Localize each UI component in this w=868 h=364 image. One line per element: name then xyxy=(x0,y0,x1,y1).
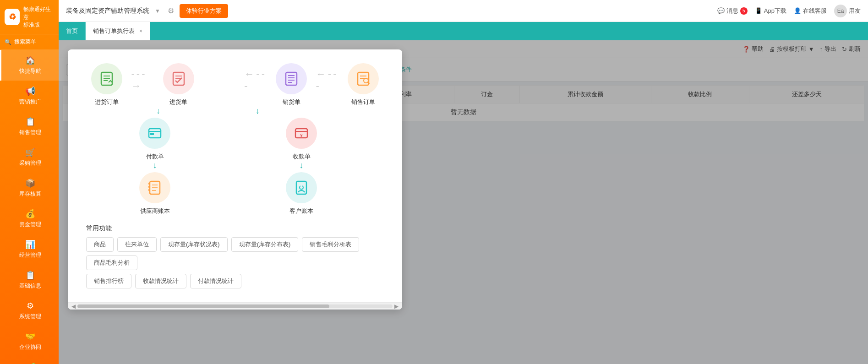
payment-bill-circle xyxy=(139,118,170,149)
basic-info-icon: 📋 xyxy=(25,270,35,280)
svg-rect-19 xyxy=(150,133,154,135)
func-btn-receipt-stat[interactable]: 收款情况统计 xyxy=(135,274,186,288)
enterprise-icon: 🤝 xyxy=(25,331,35,342)
payment-bill-node[interactable]: 付款单 xyxy=(132,118,178,161)
func-btn-counterpart[interactable]: 往来单位 xyxy=(117,237,157,252)
customer-ledger-label: 客户账本 xyxy=(289,207,313,215)
service-icon: 👤 xyxy=(794,7,801,14)
purchase-order-node[interactable]: 进货订单 xyxy=(86,63,127,106)
tabs-bar: 首页 销售订单执行表 × × xyxy=(59,22,868,40)
sidebar-nav: 🏠 快捷导航 📢 营销推广 📋 销售管理 🛒 采购管理 📦 库存核算 💰 资金管… xyxy=(0,50,59,364)
purchase-bill-circle xyxy=(163,63,194,94)
sidebar: ♻ 畅康通好生意 标准版 🔍 搜索菜单 🏠 快捷导航 📢 营销推广 📋 销售管理… xyxy=(0,0,59,364)
func-btn-stock-dist[interactable]: 现存量(库存分布表) xyxy=(231,237,299,252)
modal-overlay[interactable]: 进货订单 - - - → 进货单 ← - - - xyxy=(59,40,868,364)
customer-ledger-node[interactable]: 客户账本 xyxy=(278,172,324,215)
tab-home[interactable]: 首页 xyxy=(59,22,86,40)
header-right: 💬 消息 5 📱 App下载 👤 在线客服 Ea 用友 xyxy=(717,5,861,17)
modal-scrollbar[interactable]: ◀ ▶ xyxy=(68,302,402,310)
func-btn-product[interactable]: 商品 xyxy=(86,237,114,252)
settings-icon[interactable]: ⚙ xyxy=(168,6,174,15)
arrow-h4: ← - - - xyxy=(312,68,343,92)
svg-rect-25 xyxy=(148,186,150,188)
modal-body: 进货订单 - - - → 进货单 ← - - - xyxy=(68,49,402,302)
sidebar-item-finance[interactable]: 💰 资金管理 xyxy=(0,203,59,234)
message-badge: 5 xyxy=(740,7,748,15)
sidebar-item-marketing[interactable]: 📢 营销推广 xyxy=(0,81,59,111)
sales-order-label: 销售订单 xyxy=(351,98,375,106)
scrollbar-track xyxy=(77,304,393,308)
down-arrow-1: ↓ xyxy=(156,106,160,116)
svg-rect-24 xyxy=(148,183,150,185)
sales-icon: 📋 xyxy=(25,117,35,127)
sales-bill-label: 销货单 xyxy=(283,98,300,106)
func-btn-stock-status[interactable]: 现存量(库存状况表) xyxy=(160,237,228,252)
trial-btn[interactable]: 体验行业方案 xyxy=(180,4,228,18)
sales-bill-node[interactable]: 销货单 xyxy=(271,63,312,106)
sidebar-item-inventory[interactable]: 📦 库存核算 xyxy=(0,173,59,203)
tab-sales-order[interactable]: 销售订单执行表 × xyxy=(86,22,150,40)
online-service-btn[interactable]: 👤 在线客服 xyxy=(794,7,827,15)
customer-ledger-circle xyxy=(286,172,317,203)
sales-order-node[interactable]: 销售订单 xyxy=(343,63,384,106)
receipt-bill-circle: ¥ xyxy=(286,118,317,149)
func-buttons-row1: 商品 往来单位 现存量(库存状况表) 现存量(库存分布表) 销售毛利分析表 商品… xyxy=(86,237,384,270)
logo-text: 畅康通好生意 标准版 xyxy=(23,5,54,28)
svg-rect-7 xyxy=(286,72,297,85)
svg-text:¥: ¥ xyxy=(300,133,302,138)
func-btn-sales-margin[interactable]: 销售毛利分析表 xyxy=(302,237,359,252)
func-btn-sales-rank[interactable]: 销售排行榜 xyxy=(86,274,131,288)
logo-area: ♻ 畅康通好生意 标准版 xyxy=(0,0,59,34)
sidebar-item-sales[interactable]: 📋 销售管理 xyxy=(0,111,59,142)
message-btn[interactable]: 💬 消息 5 xyxy=(717,7,748,15)
search-icon: 🔍 xyxy=(5,39,11,45)
receipt-bill-label: 收款单 xyxy=(293,152,311,161)
func-btn-product-margin[interactable]: 商品毛利分析 xyxy=(86,255,137,270)
finance-icon: 💰 xyxy=(25,209,35,219)
tab-close-icon[interactable]: × xyxy=(139,28,142,34)
sales-order-circle xyxy=(348,63,379,94)
arrow-h1: - - - → xyxy=(127,68,158,92)
purchase-bill-node[interactable]: 进货单 xyxy=(158,63,199,106)
common-func-title: 常用功能 xyxy=(86,224,384,233)
func-btn-payment-stat[interactable]: 付款情况统计 xyxy=(190,274,241,288)
newbie-icon: 🌱 xyxy=(25,362,35,364)
user-menu[interactable]: Ea 用友 xyxy=(834,5,861,17)
func-buttons-row2: 销售排行榜 收款情况统计 付款情况统计 xyxy=(86,274,384,288)
flow-modal: 进货订单 - - - → 进货单 ← - - - xyxy=(68,49,402,310)
down-arrow-4: ↓ xyxy=(300,161,304,170)
sidebar-item-enterprise[interactable]: 🤝 企业协同 xyxy=(0,326,59,357)
avatar: Ea xyxy=(834,5,847,17)
receipt-bill-node[interactable]: ¥ 收款单 xyxy=(278,118,324,161)
purchase-icon: 🛒 xyxy=(25,147,35,158)
payment-bill-label: 付款单 xyxy=(146,152,164,161)
marketing-icon: 📢 xyxy=(25,86,35,96)
sidebar-item-system[interactable]: ⚙ 系统管理 xyxy=(0,295,59,326)
scroll-right-icon[interactable]: ▶ xyxy=(393,303,400,310)
svg-rect-26 xyxy=(148,189,150,191)
supplier-ledger-circle xyxy=(139,172,170,203)
down-arrow-2: ↓ xyxy=(256,106,260,116)
logo-icon: ♻ xyxy=(5,9,20,25)
sidebar-item-purchase[interactable]: 🛒 采购管理 xyxy=(0,142,59,173)
operations-icon: 📊 xyxy=(25,239,35,250)
scrollbar-thumb xyxy=(77,304,329,308)
purchase-order-label: 进货订单 xyxy=(95,98,119,106)
sidebar-item-newbie[interactable]: 🌱 新手引导 xyxy=(0,357,59,364)
system-dropdown[interactable]: ▼ xyxy=(155,8,160,14)
top-header: 装备及固定资产辅助管理系统 ▼ ⚙ 体验行业方案 💬 消息 5 📱 App下载 … xyxy=(59,0,868,22)
scroll-left-icon[interactable]: ◀ xyxy=(70,303,77,310)
supplier-ledger-node[interactable]: 供应商账本 xyxy=(132,172,178,215)
purchase-order-circle xyxy=(91,63,122,94)
app-download-btn[interactable]: 📱 App下载 xyxy=(755,7,786,15)
system-icon: ⚙ xyxy=(27,301,34,311)
sidebar-item-quick-nav[interactable]: 🏠 快捷导航 xyxy=(0,50,59,81)
sidebar-item-operations[interactable]: 📊 经营管理 xyxy=(0,234,59,265)
sales-bill-circle xyxy=(276,63,307,94)
message-icon: 💬 xyxy=(717,7,725,14)
search-menu[interactable]: 🔍 搜索菜单 xyxy=(0,34,59,50)
download-icon: 📱 xyxy=(755,7,762,14)
common-functions: 常用功能 商品 往来单位 现存量(库存状况表) 现存量(库存分布表) 销售毛利分… xyxy=(86,224,384,288)
supplier-ledger-label: 供应商账本 xyxy=(140,207,170,215)
sidebar-item-basic-info[interactable]: 📋 基础信息 xyxy=(0,265,59,295)
